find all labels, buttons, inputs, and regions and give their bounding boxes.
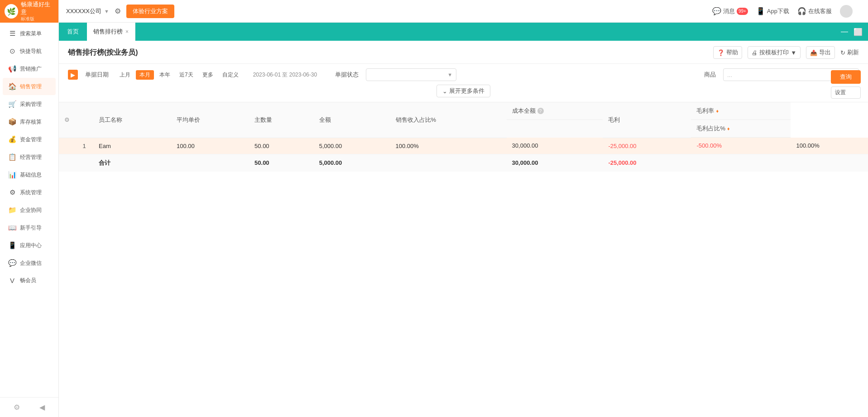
company-select[interactable]: XXXXXX公司 ▼ — [66, 7, 109, 15]
sidebar-icon-guide: 📖 — [8, 224, 16, 232]
sidebar-item-system[interactable]: ⚙ 系统管理 — [3, 184, 56, 201]
sidebar-item-quick-nav[interactable]: ⊙ 快捷导航 — [3, 43, 56, 60]
date-tab-prev-month[interactable]: 上月 — [116, 70, 134, 80]
date-tab-curr-year[interactable]: 本年 — [156, 70, 174, 80]
sidebar-item-guide[interactable]: 📖 新手引导 — [3, 219, 56, 236]
footer-label: 合计 — [93, 154, 171, 172]
help-button[interactable]: ❓ 帮助 — [713, 46, 742, 59]
sidebar-nav: ☰ 搜索菜单 ⊙ 快捷导航 📢 营销推广 🏠 销售管理 🛒 采购管理 📦 库存核… — [0, 23, 58, 397]
sidebar-label-system: 系统管理 — [20, 189, 42, 197]
cell-cost: 30,000.00 — [507, 138, 603, 154]
logo-text: 畅康通好生意 标准版 — [21, 1, 54, 22]
cell-margin: -500.00% — [691, 138, 791, 154]
query-button[interactable]: 查询 — [831, 70, 861, 84]
expand-more-btn[interactable]: ⌄ 展开更多条件 — [436, 85, 490, 97]
cell-avg-price: 100.00 — [171, 138, 249, 154]
goods-filter-label: 商品 — [704, 71, 716, 79]
user-avatar[interactable] — [840, 5, 853, 18]
sidebar-icon-inventory: 📦 — [8, 118, 16, 126]
content: 销售排行榜(按业务员) ❓ 帮助 🖨 按模板打印 ▼ 📤 导出 ↻ 刷新 — [59, 41, 868, 417]
date-tab-custom[interactable]: 自定义 — [219, 70, 242, 80]
print-dropdown-arrow: ▼ — [791, 49, 796, 56]
footer-quantity: 50.00 — [249, 154, 314, 172]
cell-sales-pct: 100.00% — [390, 138, 507, 154]
print-icon: 🖨 — [752, 49, 758, 56]
sidebar-item-marketing[interactable]: 📢 营销推广 — [3, 60, 56, 77]
sidebar-icon-app-center: 📱 — [8, 241, 16, 249]
company-name: XXXXXX公司 — [66, 7, 101, 15]
footer-margin — [691, 154, 791, 172]
tab-close-icon[interactable]: × — [125, 29, 129, 35]
topbar-settings-icon[interactable]: ⚙ — [115, 7, 121, 15]
date-tab-more[interactable]: 更多 — [199, 70, 217, 80]
settings-button[interactable]: 设置 — [831, 86, 861, 99]
message-item[interactable]: 💬 消息 99+ — [712, 7, 748, 15]
sidebar-item-purchase[interactable]: 🛒 采购管理 — [3, 96, 56, 113]
export-icon: 📤 — [810, 49, 817, 56]
message-icon: 💬 — [712, 7, 721, 15]
sidebar-icon-marketing: 📢 — [8, 65, 16, 73]
sidebar-label-quick-nav: 快捷导航 — [20, 48, 42, 55]
query-settings-area: 查询 设置 — [831, 70, 861, 99]
col-name: 员工名称 — [93, 102, 171, 138]
sidebar-icon-search-order: ☰ — [8, 29, 16, 38]
refresh-button[interactable]: ↻ 刷新 — [840, 48, 859, 57]
sidebar-icon-operation: 📋 — [8, 153, 16, 161]
col-settings[interactable]: ⚙ — [59, 102, 75, 138]
sidebar-item-enterprise[interactable]: 📁 企业协同 — [3, 201, 56, 219]
tab-sales-ranking[interactable]: 销售排行榜 × — [87, 23, 135, 41]
sidebar-icon-enterprise: 📁 — [8, 206, 16, 214]
cell-name: Eam — [93, 138, 171, 154]
sidebar-icon-member: V — [8, 277, 16, 284]
sidebar-item-finance[interactable]: 💰 资金管理 — [3, 131, 56, 148]
help-icon: ❓ — [717, 49, 724, 56]
sidebar-icon-sales: 🏠 — [8, 82, 16, 91]
sidebar-item-operation[interactable]: 📋 经营管理 — [3, 149, 56, 166]
date-tab-curr-month[interactable]: 本月 — [136, 70, 154, 80]
status-select[interactable]: ▼ — [366, 68, 456, 81]
tabbar: 首页 销售排行榜 × — ⬜ — [59, 23, 868, 41]
topbar: XXXXXX公司 ▼ ⚙ 体验行业方案 💬 消息 99+ 📱 App下载 🎧 在… — [59, 0, 868, 23]
tab-maximize-icon[interactable]: ⬜ — [854, 28, 863, 36]
filter-expand-arrow[interactable]: ▶ — [68, 70, 78, 80]
trial-button[interactable]: 体验行业方案 — [126, 5, 174, 18]
sidebar-item-wechat[interactable]: 💬 企业微信 — [3, 254, 56, 272]
date-tab-last7[interactable]: 近7天 — [176, 70, 197, 80]
sidebar-item-search-order[interactable]: ☰ 搜索菜单 — [3, 25, 56, 42]
table-footer-row: 合计 50.00 5,000.00 30,000.00 -25,000.00 — [59, 154, 868, 172]
company-dropdown-arrow: ▼ — [104, 9, 109, 14]
footer-rank — [75, 154, 93, 172]
sidebar: 🌿 畅康通好生意 标准版 ☰ 搜索菜单 ⊙ 快捷导航 📢 营销推广 🏠 销售管理… — [0, 0, 59, 417]
sidebar-item-basic[interactable]: 📊 基础信息 — [3, 166, 56, 183]
export-button[interactable]: 📤 导出 — [806, 46, 835, 59]
cell-settings — [59, 138, 75, 154]
expand-icon: ⌄ — [442, 88, 447, 95]
sidebar-label-purchase: 采购管理 — [20, 101, 42, 108]
col-quantity: 主数量 — [249, 102, 314, 138]
sidebar-label-finance: 资金管理 — [20, 136, 42, 144]
sidebar-icon-purchase: 🛒 — [8, 100, 16, 108]
sidebar-item-member[interactable]: V 畅会员 — [3, 272, 56, 289]
col-avg-price: 平均单价 — [171, 102, 249, 138]
print-button[interactable]: 🖨 按模板打印 ▼ — [748, 46, 801, 59]
sidebar-item-app-center[interactable]: 📱 应用中心 — [3, 237, 56, 254]
sidebar-collapse-icon[interactable]: ◀ — [38, 401, 47, 413]
app-download-item[interactable]: 📱 App下载 — [756, 7, 789, 15]
col-margin: 毛利率 ♦ — [691, 102, 791, 120]
service-item[interactable]: 🎧 在线客服 — [797, 7, 832, 15]
footer-cost: 30,000.00 — [507, 154, 603, 172]
sidebar-label-app-center: 应用中心 — [20, 242, 42, 249]
tab-minimize-icon[interactable]: — — [841, 28, 848, 36]
sidebar-item-sales[interactable]: 🏠 销售管理 — [3, 78, 56, 95]
logo-icon: 🌿 — [5, 4, 18, 19]
filter-bar: ▶ 单据日期 上月 本月 本年 近7天 更多 自定义 2023-06-01 至 … — [59, 64, 868, 102]
sidebar-label-search-order: 搜索菜单 — [20, 30, 42, 38]
sidebar-item-inventory[interactable]: 📦 库存核算 — [3, 113, 56, 130]
sidebar-icon-system: ⚙ — [8, 188, 16, 197]
footer-sales-pct — [390, 154, 507, 172]
tab-home[interactable]: 首页 — [59, 23, 87, 41]
col-cost: 成本全额 ? — [507, 102, 603, 120]
sidebar-settings-icon[interactable]: ⚙ — [12, 401, 22, 413]
sidebar-icon-finance: 💰 — [8, 135, 16, 144]
cell-profit: -25,000.00 — [603, 138, 691, 154]
